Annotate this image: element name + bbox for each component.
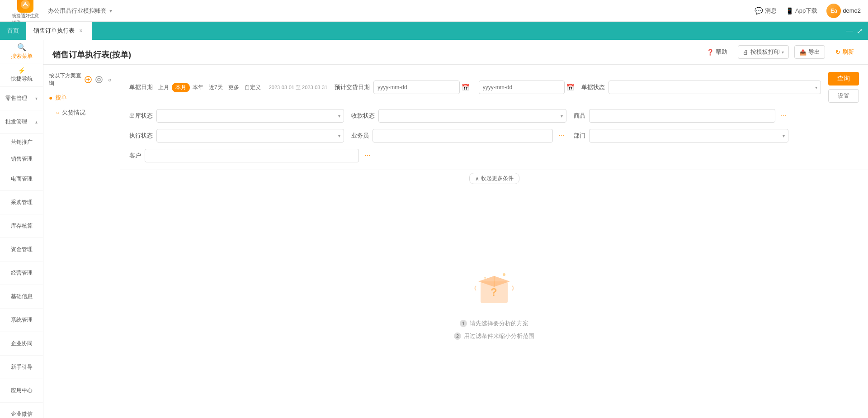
date-filter-label: 单据日期 — [129, 83, 153, 91]
tab-close-icon[interactable]: × — [77, 27, 85, 34]
tab-bar: 首页 销售订单执行表 × — ⤢ — [0, 22, 868, 40]
add-scheme-button[interactable] — [84, 75, 93, 84]
scheme-item-by-order[interactable]: ● 按单 — [43, 90, 120, 105]
avatar: Ea — [826, 4, 841, 18]
sidebar-item-ecommerce[interactable]: 电商管理 — [0, 167, 43, 191]
sidebar-item-system[interactable]: 系统管理 — [0, 309, 43, 332]
filter-row-3: 执行状态 ▾ 业务员 ··· 部门 — [129, 129, 859, 142]
calendar-start-icon[interactable]: 📅 — [462, 84, 469, 91]
sidebar-item-quick-nav[interactable]: ⚡ 快捷导航 — [0, 63, 43, 87]
sidebar-item-sales-mgmt[interactable]: 销售管理 — [0, 151, 43, 167]
sidebar-item-operations[interactable]: 经营管理 — [0, 261, 43, 285]
collapse-button[interactable]: ∧ 收起更多条件 — [469, 173, 519, 184]
date-tab-more[interactable]: 更多 — [226, 83, 242, 92]
sidebar-item-search[interactable]: 🔍 搜索菜单 — [0, 40, 43, 63]
sidebar-retail-label: 零售管理 — [5, 95, 27, 102]
page-header-actions: ❓ 帮助 🖨 按模板打印 ▾ 📤 导出 ↻ 刷新 — [702, 45, 859, 64]
sidebar-item-retail[interactable]: 零售管理 ▾ — [0, 87, 43, 110]
scheme-item-shortage[interactable]: ○ 欠货情况 — [43, 105, 120, 120]
order-status-dropdown[interactable] — [609, 81, 821, 94]
print-button[interactable]: 🖨 按模板打印 ▾ — [738, 45, 789, 59]
export-button[interactable]: 📤 导出 — [794, 45, 825, 59]
user-area[interactable]: Ea demo2 — [826, 4, 861, 18]
svg-point-1 — [24, 2, 26, 4]
order-status-dropdown-wrapper: ▾ — [609, 81, 821, 94]
sidebar-item-app-center[interactable]: 应用中心 — [0, 379, 43, 403]
date-tab-custom[interactable]: 自定义 — [242, 83, 264, 92]
content-area: 销售订单执行表(按单) ❓ 帮助 🖨 按模板打印 ▾ 📤 导出 ↻ 刷新 — [43, 40, 868, 418]
order-status-label: 单据状态 — [581, 83, 605, 91]
date-tab-7days[interactable]: 近7天 — [206, 83, 226, 92]
stock-status-dropdown[interactable] — [156, 109, 344, 123]
sidebar-item-finance[interactable]: 资金管理 — [0, 238, 43, 261]
left-panel: 按以下方案查询 « ● 按单 ○ — [43, 65, 120, 418]
date-tab-this-year[interactable]: 本年 — [190, 83, 206, 92]
dept-label: 部门 — [574, 132, 585, 140]
tab-sales-order[interactable]: 销售订单执行表 × — [26, 22, 92, 40]
tab-home[interactable]: 首页 — [0, 22, 26, 40]
exec-status-dropdown[interactable] — [156, 129, 344, 142]
app-download-button[interactable]: 📱 App下载 — [786, 7, 817, 15]
sidebar-newbie-label: 新手引导 — [11, 363, 33, 371]
stock-status-dropdown-wrapper: ▾ — [156, 109, 344, 123]
refresh-label: 刷新 — [842, 48, 854, 56]
breadcrumb-area: 办公用品行业模拟账套 ▾ — [48, 7, 112, 15]
filter-row-4: 客户 ··· — [129, 149, 859, 162]
sidebar-item-enterprise[interactable]: 企业协同 — [0, 332, 43, 356]
payment-status-dropdown[interactable] — [378, 109, 566, 123]
date-separator: — — [471, 84, 477, 91]
help-icon: ❓ — [707, 49, 714, 56]
sidebar-item-marketing[interactable]: 营销推广 — [0, 134, 43, 151]
empty-hint-1: 1 请先选择要分析的方案 — [460, 319, 528, 328]
sidebar-item-inventory[interactable]: 库存核算 — [0, 214, 43, 238]
scheme-shortage-label: 欠货情况 — [62, 109, 85, 117]
collapse-bar: ∧ 收起更多条件 — [120, 170, 868, 187]
help-button[interactable]: ❓ 帮助 — [702, 45, 732, 59]
svg-point-9 — [484, 277, 486, 279]
salesperson-label: 业务员 — [351, 132, 369, 140]
sidebar-group-wholesale: 营销推广 销售管理 — [0, 134, 43, 167]
delivery-date-start-input[interactable] — [373, 81, 459, 94]
search-icon: 🔍 — [17, 43, 26, 52]
minimize-icon[interactable]: — — [846, 27, 853, 35]
customer-label: 客户 — [129, 152, 141, 160]
dept-dropdown[interactable] — [589, 129, 788, 142]
edit-scheme-button[interactable] — [94, 75, 104, 84]
customer-input[interactable] — [145, 149, 359, 162]
empty-hint-2: 2 用过滤条件来缩小分析范围 — [454, 332, 534, 340]
calendar-end-icon[interactable]: 📅 — [566, 84, 574, 91]
salesperson-input[interactable] — [373, 129, 553, 142]
salesperson-ellipsis-icon[interactable]: ··· — [557, 132, 566, 140]
expand-icon[interactable]: ⤢ — [857, 27, 863, 35]
date-tab-this-month[interactable]: 本月 — [172, 83, 190, 92]
svg-point-6 — [98, 78, 100, 81]
sidebar-item-newbie[interactable]: 新手引导 — [0, 356, 43, 379]
sidebar-item-basic-info[interactable]: 基础信息 — [0, 285, 43, 309]
filter-area: 单据日期 上月 本月 本年 近7天 更多 自定义 2023-03-01 至 20… — [120, 65, 868, 170]
message-button[interactable]: 💬 消息 — [755, 7, 777, 15]
date-quick-tabs: 上月 本月 本年 近7天 更多 自定义 — [156, 83, 264, 92]
sidebar-item-wechat[interactable]: 企业微信 — [0, 403, 43, 418]
date-tab-last-month[interactable]: 上月 — [156, 83, 172, 92]
payment-status-dropdown-wrapper: ▾ — [378, 109, 566, 123]
filter-group-stock-status: 出库状态 ▾ — [129, 109, 344, 123]
svg-point-0 — [21, 0, 30, 9]
customer-ellipsis-icon[interactable]: ··· — [363, 152, 372, 160]
delivery-date-end-input[interactable] — [479, 81, 565, 94]
breadcrumb-arrow-icon[interactable]: ▾ — [109, 8, 112, 14]
delivery-date-label: 预计交货日期 — [335, 83, 370, 91]
filter-group-salesperson: 业务员 ··· — [351, 129, 566, 142]
user-name: demo2 — [843, 7, 861, 14]
collapse-panel-button[interactable]: « — [105, 75, 114, 84]
product-ellipsis-icon[interactable]: ··· — [779, 112, 788, 120]
page-title: 销售订单执行表(按单) — [52, 49, 131, 60]
product-input[interactable] — [589, 109, 775, 123]
sidebar-item-purchase[interactable]: 采购管理 — [0, 191, 43, 214]
left-panel-actions: « — [84, 75, 114, 84]
refresh-button[interactable]: ↻ 刷新 — [830, 45, 859, 59]
tab-home-label: 首页 — [7, 27, 19, 35]
query-button[interactable]: 查询 — [828, 72, 859, 86]
tab-bar-right: — ⤢ — [840, 22, 868, 40]
sidebar-item-wholesale[interactable]: 批发管理 ▴ — [0, 110, 43, 134]
settings-button[interactable]: 设置 — [828, 89, 859, 103]
